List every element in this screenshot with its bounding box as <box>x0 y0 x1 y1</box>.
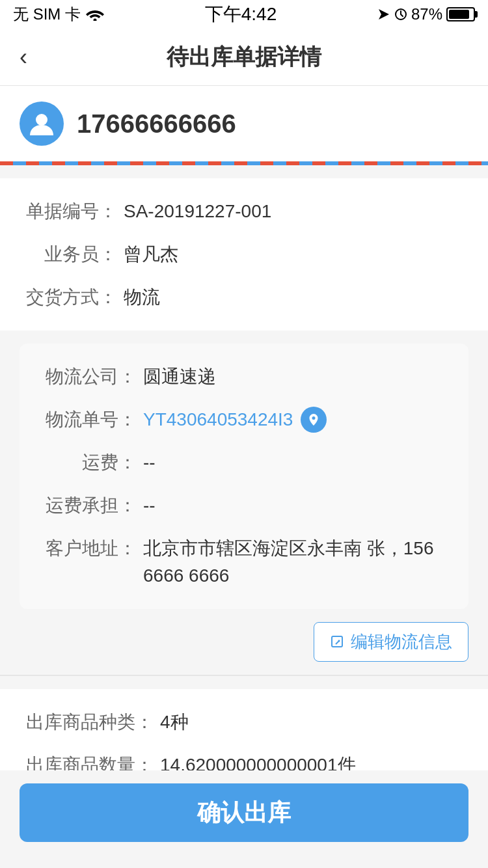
freight-bearer-value: -- <box>143 492 442 519</box>
section-divider <box>0 675 488 676</box>
address-row: 客户地址： 北京市市辖区海淀区永丰南 张，156 6666 6666 <box>46 535 442 590</box>
main-content: 17666666666 单据编号： SA-20191227-001 业务员： 曾… <box>0 86 488 868</box>
delivery-method-value: 物流 <box>124 284 462 311</box>
tracking-number-label: 物流单号： <box>46 406 137 433</box>
logistics-company-value: 圆通速递 <box>143 363 442 390</box>
tracking-number-container: YT43064053424I3 <box>137 406 327 433</box>
delivery-method-row: 交货方式： 物流 <box>26 284 462 311</box>
tracking-number-row: 物流单号： YT43064053424I3 <box>46 406 442 433</box>
status-left: 无 SIM 卡 <box>13 4 104 25</box>
delivery-method-label: 交货方式： <box>26 284 117 311</box>
dashed-separator <box>0 161 488 165</box>
user-icon <box>27 109 56 138</box>
freight-label: 运费： <box>46 449 137 476</box>
battery-percent: 87% <box>411 5 442 23</box>
order-info-section: 单据编号： SA-20191227-001 业务员： 曾凡杰 交货方式： 物流 <box>0 178 488 331</box>
wifi-icon <box>86 8 104 21</box>
edit-logistics-label: 编辑物流信息 <box>351 631 452 653</box>
map-pin-icon <box>306 413 321 427</box>
carrier-label: 无 SIM 卡 <box>13 4 81 25</box>
goods-types-value: 4种 <box>160 709 462 736</box>
sales-person-label: 业务员： <box>26 241 117 268</box>
bottom-bar: 确认出库 <box>0 770 488 868</box>
svg-rect-3 <box>332 636 342 647</box>
battery-icon <box>446 7 475 21</box>
freight-bearer-row: 运费承担： -- <box>46 492 442 519</box>
edit-icon <box>330 634 346 650</box>
edit-logistics-container: 编辑物流信息 <box>0 622 488 675</box>
back-button[interactable]: ‹ <box>20 44 27 71</box>
freight-value: -- <box>143 449 442 476</box>
confirm-outbound-button[interactable]: 确认出库 <box>20 783 468 842</box>
address-value: 北京市市辖区海淀区永丰南 张，156 6666 6666 <box>143 535 442 590</box>
document-number-value: SA-20191227-001 <box>124 198 462 225</box>
logistics-card: 物流公司： 圆通速递 物流单号： YT43064053424I3 运费： -- … <box>20 344 468 609</box>
edit-logistics-button[interactable]: 编辑物流信息 <box>314 622 468 662</box>
track-location-button[interactable] <box>301 407 327 433</box>
sales-person-row: 业务员： 曾凡杰 <box>26 241 462 268</box>
document-number-row: 单据编号： SA-20191227-001 <box>26 198 462 225</box>
status-right: 87% <box>377 5 475 23</box>
location-arrow-icon <box>377 8 390 21</box>
svg-point-0 <box>94 19 97 21</box>
clock-icon <box>394 8 407 21</box>
logistics-company-row: 物流公司： 圆通速递 <box>46 363 442 390</box>
status-bar: 无 SIM 卡 下午4:42 87% <box>0 0 488 29</box>
status-time: 下午4:42 <box>205 2 277 27</box>
avatar <box>20 102 64 146</box>
goods-types-row: 出库商品种类： 4种 <box>26 709 462 736</box>
freight-bearer-label: 运费承担： <box>46 492 137 519</box>
document-number-label: 单据编号： <box>26 198 117 225</box>
address-label: 客户地址： <box>46 535 137 562</box>
svg-point-2 <box>36 114 47 126</box>
customer-header: 17666666666 <box>0 86 488 161</box>
sales-person-value: 曾凡杰 <box>124 241 462 268</box>
nav-bar: ‹ 待出库单据详情 <box>0 29 488 86</box>
freight-row: 运费： -- <box>46 449 442 476</box>
page-title: 待出库单据详情 <box>167 42 321 72</box>
customer-phone: 17666666666 <box>77 109 236 139</box>
tracking-number-value: YT43064053424I3 <box>143 406 293 433</box>
goods-types-label: 出库商品种类： <box>26 709 154 736</box>
logistics-company-label: 物流公司： <box>46 363 137 390</box>
